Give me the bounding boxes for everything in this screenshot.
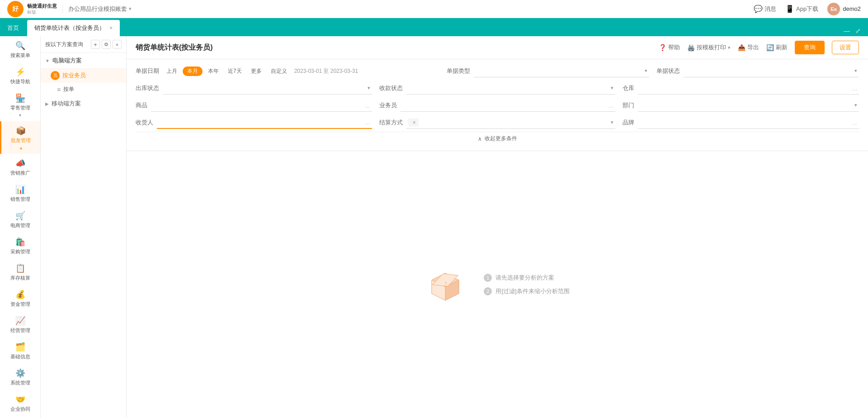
inventory-icon: 📋 xyxy=(15,263,25,273)
doc-status-arrow: ▾ xyxy=(854,68,857,74)
date-btn-custom[interactable]: 自定义 xyxy=(267,66,291,76)
tab-minimize-btn[interactable]: — xyxy=(844,27,850,34)
operations-icon: 📈 xyxy=(15,316,25,326)
recv-status-arrow: ▾ xyxy=(611,85,613,91)
download-icon: 📱 xyxy=(785,5,794,13)
doc-status-label: 单据状态 xyxy=(656,67,680,75)
sidebar-item-inventory[interactable]: 📋 库存核算 xyxy=(0,259,40,285)
collapse-button[interactable]: ∧ 收起更多条件 xyxy=(136,132,859,145)
avatar: Ea xyxy=(827,3,840,15)
export-icon: 📤 xyxy=(738,44,745,51)
salesperson-input[interactable]: ... xyxy=(401,99,616,112)
tab-home[interactable]: 首页 xyxy=(0,20,26,36)
sidebar-item-system[interactable]: ⚙️ 系统管理 xyxy=(0,364,40,390)
mobile-group-arrow: ▶ xyxy=(45,101,49,106)
panel-sub-item-by-order[interactable]: ≡ 按单 xyxy=(41,83,126,96)
payment-label: 结算方式 xyxy=(379,119,403,127)
message-button[interactable]: 💬 消息 xyxy=(754,5,776,13)
user-name: demo2 xyxy=(843,5,861,12)
doc-status-select[interactable]: ▾ xyxy=(684,65,859,77)
wholesale-icon: 📦 xyxy=(16,126,26,136)
panel-item-by-salesperson[interactable]: 员 按业务员 xyxy=(41,68,126,83)
sales-icon: 📊 xyxy=(15,185,25,195)
desktop-group-header[interactable]: ▼ 电脑端方案 xyxy=(41,53,126,68)
app-selector-arrow: ▾ xyxy=(129,6,132,12)
warehouse-label: 仓库 xyxy=(623,84,634,92)
mobile-group-header[interactable]: ▶ 移动端方案 xyxy=(41,96,126,111)
recv-status-select[interactable]: ▾ xyxy=(406,82,616,95)
panel-collapse-btn[interactable]: « xyxy=(113,40,122,49)
app-selector[interactable]: 办公用品行业模拟账套 ▾ xyxy=(62,5,132,13)
tab-active[interactable]: 销货单统计表（按业务员） × xyxy=(27,20,120,36)
purchase-icon: 🛍️ xyxy=(15,237,25,247)
collapse-icon: ∧ xyxy=(478,136,482,142)
tabbar: 首页 销货单统计表（按业务员） × — ⤢ xyxy=(0,18,868,36)
recv-status-label: 收款状态 xyxy=(379,84,403,92)
date-btn-this-year[interactable]: 本年 xyxy=(204,66,222,76)
search-icon: 🔍 xyxy=(15,41,25,51)
sidebar-item-ecommerce[interactable]: 🛒 电商管理 xyxy=(0,206,40,233)
doc-type-arrow: ▾ xyxy=(645,68,647,74)
panel-settings-btn[interactable]: ⚙ xyxy=(102,40,111,49)
refresh-button[interactable]: 🔄 刷新 xyxy=(766,43,788,52)
user-area[interactable]: Ea demo2 xyxy=(827,3,861,15)
out-status-label: 出库状态 xyxy=(136,84,159,92)
warehouse-input[interactable]: ... xyxy=(638,82,859,95)
date-btn-this-month[interactable]: 本月 xyxy=(183,66,203,76)
tab-close-icon[interactable]: × xyxy=(109,25,113,31)
basic-icon: 🗂️ xyxy=(15,342,25,352)
svg-text:↑: ↑ xyxy=(444,280,448,287)
sidebar-item-purchase[interactable]: 🛍️ 采购管理 xyxy=(0,233,40,259)
left-panel: 按以下方案查询 + ⚙ « ▼ 电脑端方案 员 按业务员 ≡ 按单 xyxy=(41,36,127,418)
sidebar-item-finance[interactable]: 💰 资金管理 xyxy=(0,285,40,311)
enterprise-icon: 🤝 xyxy=(15,394,25,404)
help-button[interactable]: ❓ 帮助 xyxy=(659,43,680,52)
template-print-button[interactable]: 🖨️ 按模板打印 ▾ xyxy=(687,43,731,52)
department-label: 部门 xyxy=(623,101,634,109)
ecommerce-icon: 🛒 xyxy=(15,211,25,221)
doc-type-select[interactable]: ▾ xyxy=(474,65,649,77)
sidebar-item-sales[interactable]: 📊 销售管理 xyxy=(0,180,40,206)
empty-hints: 1 请先选择要分析的方案 2 用[过滤]条件来缩小分析范围 xyxy=(484,274,569,295)
payment-tag-close[interactable]: × xyxy=(413,119,416,126)
sidebar-item-retail[interactable]: 🏪 零售管理 ▾ xyxy=(0,89,40,121)
sidebar-item-wholesale[interactable]: 📦 批发管理 ▴ xyxy=(0,121,40,154)
sidebar-item-quick-nav[interactable]: ⚡ 快捷导航 xyxy=(0,62,40,89)
desktop-group-arrow: ▼ xyxy=(45,58,50,63)
recipient-input[interactable]: ... xyxy=(157,116,372,129)
retail-icon: 🏪 xyxy=(15,93,25,103)
quicknav-icon: ⚡ xyxy=(15,67,25,77)
date-btn-more[interactable]: 更多 xyxy=(247,66,265,76)
sidebar-item-basic[interactable]: 🗂️ 基础信息 xyxy=(0,337,40,364)
panel-add-btn[interactable]: + xyxy=(91,40,100,49)
sidebar: 🔍 搜索菜单 ⚡ 快捷导航 🏪 零售管理 ▾ 📦 批发管理 ▴ 📣 营销推广 📊… xyxy=(0,36,41,418)
out-status-select[interactable]: ▾ xyxy=(163,82,372,95)
goods-input[interactable]: ... xyxy=(151,99,372,112)
payment-select[interactable]: × ▾ xyxy=(406,116,616,129)
export-button[interactable]: 📤 导出 xyxy=(738,43,759,52)
marketing-icon: 📣 xyxy=(15,158,25,168)
payment-arrow: ▾ xyxy=(611,119,613,125)
date-btn-last-month[interactable]: 上月 xyxy=(163,66,181,76)
logo-area: 好 畅捷通好生意 标版 xyxy=(7,1,57,17)
recipient-label: 收货人 xyxy=(136,119,153,127)
date-btn-7days[interactable]: 近7天 xyxy=(224,66,245,76)
finance-icon: 💰 xyxy=(15,290,25,299)
query-button[interactable]: 查询 xyxy=(795,41,825,54)
hint1-text: 请先选择要分析的方案 xyxy=(495,274,554,282)
sidebar-item-operations[interactable]: 📈 经营管理 xyxy=(0,311,40,337)
department-arrow: ▾ xyxy=(854,102,857,108)
sidebar-item-newbie[interactable]: 🎯 新手引导 xyxy=(0,416,40,418)
settings-button[interactable]: 设置 xyxy=(832,41,859,54)
sidebar-item-enterprise[interactable]: 🤝 企业协同 xyxy=(0,390,40,416)
app-download-button[interactable]: 📱 App下载 xyxy=(785,5,818,13)
brand-label: 品牌 xyxy=(623,119,634,127)
department-select[interactable]: ▾ xyxy=(638,99,859,112)
sidebar-item-search-menu[interactable]: 🔍 搜索菜单 xyxy=(0,36,40,62)
page-header: 销货单统计表(按业务员) ❓ 帮助 🖨️ 按模板打印 ▾ 📤 导出 xyxy=(127,36,868,59)
refresh-icon: 🔄 xyxy=(766,44,774,51)
sub-item-icon: ≡ xyxy=(57,86,61,93)
sidebar-item-marketing[interactable]: 📣 营销推广 xyxy=(0,154,40,180)
tab-maximize-btn[interactable]: ⤢ xyxy=(855,27,861,34)
brand-input[interactable]: ... xyxy=(638,116,859,129)
